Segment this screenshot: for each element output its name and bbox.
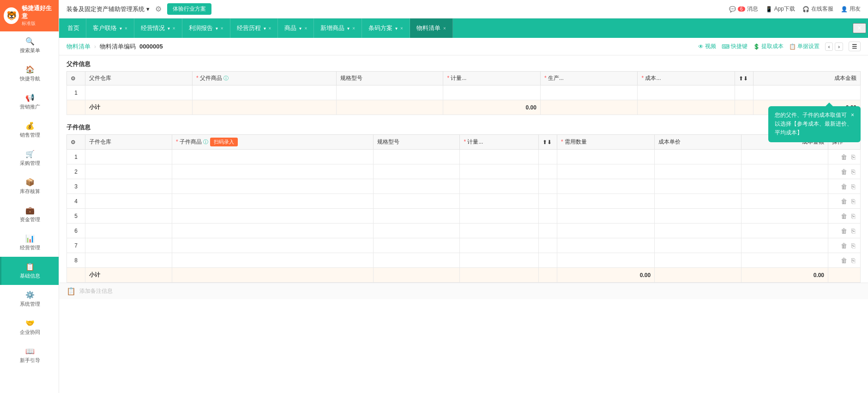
child-quantity-cell-5[interactable] xyxy=(557,209,655,224)
sidebar-item-purchase[interactable]: 🛒 采购管理 xyxy=(0,144,59,172)
child-warehouse-cell-8[interactable] xyxy=(85,253,172,268)
next-record-button[interactable]: › xyxy=(835,42,843,51)
child-warehouse-cell-5[interactable] xyxy=(85,209,172,224)
child-unit-cost-cell-3[interactable] xyxy=(655,179,741,194)
child-spec-cell-1[interactable] xyxy=(373,150,460,164)
close-all-tabs-button[interactable]: × xyxy=(853,23,866,33)
nav-tab-profit[interactable]: 利润报告▾× xyxy=(182,18,230,38)
prev-record-button[interactable]: ‹ xyxy=(825,42,833,51)
header-service[interactable]: 🎧在线客服 xyxy=(802,5,833,13)
sidebar-item-marketing[interactable]: 📢 营销推广 xyxy=(0,88,59,116)
child-goods-cell-8[interactable] xyxy=(172,253,373,268)
nav-tab-profit-close[interactable]: × xyxy=(221,26,223,31)
nav-tab-ops-history-close[interactable]: × xyxy=(269,26,271,31)
child-warehouse-cell-7[interactable] xyxy=(85,238,172,253)
note-hint[interactable]: 添加备注信息 xyxy=(79,287,113,295)
copy-row-5-button[interactable]: ⎘ xyxy=(851,212,855,220)
sidebar-item-sales[interactable]: 💰 销售管理 xyxy=(0,116,59,144)
view-action[interactable]: 👁 视频 xyxy=(698,42,716,50)
child-unit-cost-cell-4[interactable] xyxy=(655,194,741,209)
child-unit-cell-3[interactable] xyxy=(460,179,539,194)
sidebar-item-finance[interactable]: 💼 资金管理 xyxy=(0,200,59,229)
child-quantity-cell-6[interactable] xyxy=(557,224,655,238)
child-unit-cell-2[interactable] xyxy=(460,164,539,179)
nav-tab-new-goods-close[interactable]: × xyxy=(352,26,355,31)
child-quantity-cell-7[interactable] xyxy=(557,238,655,253)
delete-row-4-button[interactable]: 🗑 xyxy=(841,198,847,205)
child-unit-cost-cell-1[interactable] xyxy=(655,150,741,164)
parent-th-settings[interactable]: ⚙ xyxy=(67,72,85,85)
parent-production-cell[interactable] xyxy=(540,85,638,100)
copy-row-6-button[interactable]: ⎘ xyxy=(851,227,855,235)
parent-cost-cell[interactable] xyxy=(638,85,735,100)
breadcrumb-link[interactable]: 物料清单 xyxy=(66,42,90,51)
delete-row-8-button[interactable]: 🗑 xyxy=(841,257,847,264)
child-unit-cell-6[interactable] xyxy=(460,224,539,238)
child-quantity-cell-8[interactable] xyxy=(557,253,655,268)
nav-tab-material-list[interactable]: 物料清单× xyxy=(410,18,453,38)
child-warehouse-cell-6[interactable] xyxy=(85,224,172,238)
child-goods-cell-7[interactable] xyxy=(172,238,373,253)
sidebar-item-search[interactable]: 🔍 搜索菜单 xyxy=(0,31,59,60)
copy-row-7-button[interactable]: ⎘ xyxy=(851,242,855,249)
child-spec-cell-3[interactable] xyxy=(373,179,460,194)
child-spec-cell-5[interactable] xyxy=(373,209,460,224)
child-unit-cost-cell-5[interactable] xyxy=(655,209,741,224)
child-quantity-cell-4[interactable] xyxy=(557,194,655,209)
gear-button[interactable]: ⚙ xyxy=(155,5,162,13)
nav-tab-operations-status[interactable]: 经营情况▾× xyxy=(134,18,182,38)
delete-row-1-button[interactable]: 🗑 xyxy=(841,153,847,161)
sidebar-item-inventory[interactable]: 📦 库存核算 xyxy=(0,172,59,200)
child-goods-cell-1[interactable] xyxy=(172,150,373,164)
child-warehouse-cell-2[interactable] xyxy=(85,164,172,179)
delete-row-6-button[interactable]: 🗑 xyxy=(841,227,847,235)
shortcut-action[interactable]: ⌨ 快捷键 xyxy=(722,42,747,50)
nav-tab-home[interactable]: 首页 xyxy=(61,18,86,38)
system-title-dropdown[interactable]: 装备及固定资产辅助管理系统 ▾ xyxy=(66,5,150,13)
doc-settings-action[interactable]: 📋 单据设置 xyxy=(789,42,820,50)
child-unit-cell-1[interactable] xyxy=(460,150,539,164)
copy-row-3-button[interactable]: ⎘ xyxy=(851,183,855,190)
sidebar-item-basic[interactable]: 📋 基础信息 xyxy=(0,257,59,285)
child-goods-cell-2[interactable] xyxy=(172,164,373,179)
child-unit-cell-5[interactable] xyxy=(460,209,539,224)
child-quantity-cell-3[interactable] xyxy=(557,179,655,194)
nav-tab-operations-status-close[interactable]: × xyxy=(173,26,175,31)
nav-tab-goods[interactable]: 商品▾× xyxy=(278,18,314,38)
nav-tab-customer-close[interactable]: × xyxy=(125,26,127,31)
child-spec-cell-7[interactable] xyxy=(373,238,460,253)
sidebar-item-guide[interactable]: 📖 新手引导 xyxy=(0,341,59,369)
child-unit-cost-cell-7[interactable] xyxy=(655,238,741,253)
nav-tab-barcode[interactable]: 条码方案▾× xyxy=(362,18,410,38)
child-spec-cell-8[interactable] xyxy=(373,253,460,268)
sidebar-item-operations[interactable]: 📊 经营管理 xyxy=(0,229,59,257)
nav-tab-customer[interactable]: 客户联络▾× xyxy=(86,18,134,38)
parent-spec-cell[interactable] xyxy=(336,85,443,100)
parent-warehouse-cell[interactable] xyxy=(85,85,193,100)
nav-tab-material-list-close[interactable]: × xyxy=(443,26,446,31)
trial-button[interactable]: 体验行业方案 xyxy=(167,3,211,15)
child-warehouse-cell-4[interactable] xyxy=(85,194,172,209)
child-spec-cell-6[interactable] xyxy=(373,224,460,238)
sidebar-logo[interactable]: 🐯 畅捷通好生意 标准版 xyxy=(0,0,59,31)
nav-tab-goods-close[interactable]: × xyxy=(304,26,307,31)
child-quantity-cell-1[interactable] xyxy=(557,150,655,164)
child-unit-cell-4[interactable] xyxy=(460,194,539,209)
child-unit-cost-cell-2[interactable] xyxy=(655,164,741,179)
delete-row-2-button[interactable]: 🗑 xyxy=(841,168,847,175)
child-unit-cell-7[interactable] xyxy=(460,238,539,253)
child-spec-cell-2[interactable] xyxy=(373,164,460,179)
sidebar-item-system[interactable]: ⚙️ 系统管理 xyxy=(0,285,59,313)
delete-row-3-button[interactable]: 🗑 xyxy=(841,183,847,190)
copy-row-4-button[interactable]: ⎘ xyxy=(851,198,855,205)
sidebar-item-collab[interactable]: 🤝 企业协同 xyxy=(0,313,59,341)
child-unit-cell-8[interactable] xyxy=(460,253,539,268)
parent-goods-cell[interactable] xyxy=(192,85,336,100)
child-quantity-cell-2[interactable] xyxy=(557,164,655,179)
nav-tab-barcode-close[interactable]: × xyxy=(400,26,403,31)
child-warehouse-cell-1[interactable] xyxy=(85,150,172,164)
child-unit-cost-cell-8[interactable] xyxy=(655,253,741,268)
header-app[interactable]: 📱App下载 xyxy=(766,5,795,13)
header-user[interactable]: 👤用友 xyxy=(841,5,861,13)
nav-tab-new-goods[interactable]: 新增商品▾× xyxy=(314,18,362,38)
